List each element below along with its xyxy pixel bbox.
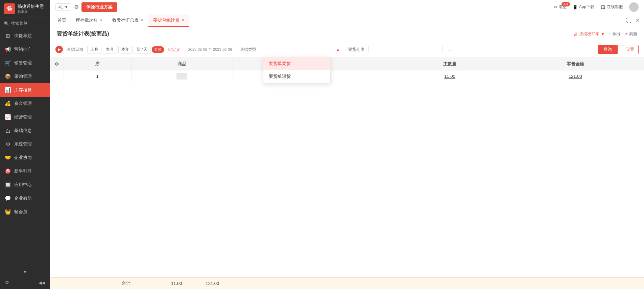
sidebar-item-marketing[interactable]: 📢 营销推广 [0, 43, 50, 56]
tab-close-inventory-batch[interactable]: ✕ [100, 18, 103, 22]
footer-label: 合计 [122, 280, 130, 286]
dropdown-item-return-order[interactable]: 要货单退货 [263, 70, 330, 83]
tab-maximize-icon[interactable]: ⛶ [625, 18, 633, 24]
row-seq: 1 [64, 70, 131, 82]
sidebar-item-members[interactable]: 👑 畅会员 [0, 205, 50, 219]
guide-icon: 🎯 [5, 168, 11, 174]
query-button[interactable]: 查询 [598, 45, 618, 54]
topbar-right: ✉ 消息 99+ 📱 App下载 🎧 在线客服 [554, 2, 639, 12]
page-actions: 🖨 按模板打印 ▼ ↑ 导出 ↺ 刷新 [574, 31, 637, 37]
logo-icon: 畅 [4, 3, 15, 14]
date-btn-custom[interactable]: 自定义 [165, 46, 183, 53]
col-settings[interactable]: ⚙ [50, 58, 64, 70]
marketing-icon: 📢 [5, 46, 11, 52]
date-btn-last-month[interactable]: 上月 [87, 46, 101, 53]
sidebar-item-quick-nav[interactable]: ⊞ 快捷导航 [0, 29, 50, 43]
footer-quantity: 11.00 [171, 281, 182, 286]
page-header: 要货单统计表(按商品) 🖨 按模板打印 ▼ ↑ 导出 ↺ 刷新 [50, 27, 644, 41]
page-title: 要货单统计表(按商品) [57, 30, 109, 38]
chevron-down-icon: ▼ [64, 5, 68, 9]
refresh-button[interactable]: ↺ 刷新 [624, 31, 637, 37]
messages-button[interactable]: ✉ 消息 99+ [554, 4, 567, 10]
account-selector[interactable]: 41 ▼ [55, 3, 71, 11]
row-quantity[interactable]: 11.00 [393, 70, 507, 82]
filter-collapse-button[interactable]: ▶ [55, 46, 63, 53]
quick-nav-icon: ⊞ [5, 33, 11, 39]
sidebar-item-basic[interactable]: 🗂 基础信息 [0, 124, 50, 137]
enterprise-icon: 🤝 [5, 155, 11, 161]
col-product: 商品 [131, 58, 233, 70]
user-avatar[interactable] [629, 2, 639, 12]
date-shortcuts: 上月 本月 本年 近7天 更多 自定义 [87, 46, 183, 53]
phone-icon: 📱 [573, 5, 578, 9]
export-button[interactable]: ↑ 导出 [609, 31, 620, 37]
chevron-down-icon: ▼ [601, 32, 605, 37]
tab-close-all-icon[interactable]: ✕ [634, 17, 641, 24]
members-icon: 👑 [5, 209, 11, 215]
row-product [131, 70, 233, 82]
tabs-end-buttons: ⛶ ✕ [625, 17, 641, 24]
col-quantity: 主数量 [393, 58, 507, 70]
tab-home[interactable]: 首页 [53, 15, 71, 27]
tab-close-receivables[interactable]: ✕ [141, 18, 144, 22]
export-icon: ↑ [609, 32, 611, 37]
sidebar-scroll-down[interactable]: ▼ [0, 268, 50, 276]
type-input-wrap: ▲ [260, 46, 341, 53]
type-label: 单据类型 [240, 47, 256, 52]
sidebar-logo: 畅 畅捷通好生意 标准版 [0, 0, 50, 18]
trial-button[interactable]: 体验行业方案 [81, 2, 117, 12]
sidebar-collapse-button[interactable]: ◀◀ [39, 280, 45, 285]
date-btn-this-month[interactable]: 本月 [103, 46, 117, 53]
sidebar-item-sales[interactable]: 🛒 销售管理 [0, 56, 50, 70]
sidebar-item-purchase[interactable]: 📦 采购管理 [0, 70, 50, 83]
table-settings-icon[interactable]: ⚙ [55, 62, 59, 67]
warehouse-more-icon[interactable]: … [448, 46, 454, 52]
refresh-icon: ↺ [624, 32, 628, 37]
bottom-settings-icon[interactable]: ⚙ [5, 280, 9, 286]
type-input[interactable] [260, 46, 341, 53]
sidebar-item-system[interactable]: ⚙ 系统管理 [0, 137, 50, 151]
print-button[interactable]: 🖨 按模板打印 ▼ [574, 31, 605, 37]
settings-filter-button[interactable]: 设置 [622, 45, 639, 54]
tab-inventory-batch[interactable]: 库存批次账 ✕ [71, 15, 108, 27]
table-area: ⚙ 序 商品 主计量单位 主数量 零售金额 1 块 11.00 [50, 58, 644, 277]
date-btn-this-year[interactable]: 本年 [118, 46, 133, 53]
date-btn-7days[interactable]: 近7天 [134, 46, 150, 53]
app-download-button[interactable]: 📱 App下载 [573, 4, 594, 10]
sidebar-item-app-center[interactable]: 🔲 应用中心 [0, 178, 50, 192]
finance-icon: 💰 [5, 101, 11, 107]
sidebar-item-finance[interactable]: 💰 资金管理 [0, 97, 50, 110]
basic-icon: 🗂 [5, 128, 11, 134]
online-service-button[interactable]: 🎧 在线客服 [600, 4, 623, 10]
warehouse-label: 要货仓库 [348, 47, 364, 52]
sidebar-item-inventory[interactable]: 📊 库存核算 [0, 83, 50, 97]
type-dropdown-arrow-icon[interactable]: ▲ [336, 47, 340, 52]
system-icon: ⚙ [5, 141, 11, 147]
table-footer: 合计 11.00 121.00 [50, 277, 644, 289]
topbar-settings-icon[interactable]: ⚙ [74, 4, 79, 10]
headset-icon: 🎧 [600, 5, 605, 9]
logo-text: 畅捷通好生意 标准版 [18, 4, 44, 14]
sidebar-item-guide[interactable]: 🎯 新手引导 [0, 164, 50, 178]
footer-amount: 121.00 [206, 281, 219, 286]
date-range-text: 2023-05-06 至 2023-06-06 [188, 47, 232, 52]
sidebar-item-operations[interactable]: 📈 经营管理 [0, 110, 50, 124]
tab-receivables[interactable]: 收发存汇总表 ✕ [108, 15, 148, 27]
warehouse-input[interactable] [368, 46, 443, 53]
col-seq: 序 [64, 58, 131, 70]
purchase-icon: 📦 [5, 73, 11, 80]
dropdown-item-requisition-order[interactable]: 要货单要货 [263, 57, 330, 70]
tab-close-requisition[interactable]: ✕ [182, 18, 185, 22]
tab-requisition[interactable]: 要货单统计表 ✕ [148, 15, 189, 27]
tabs-bar: 首页 库存批次账 ✕ 收发存汇总表 ✕ 要货单统计表 ✕ ⛶ ✕ [50, 14, 644, 27]
date-btn-more[interactable]: 更多 [152, 46, 164, 53]
sidebar-item-wechat[interactable]: 💬 企业微信 [0, 192, 50, 205]
type-dropdown: 要货单要货 要货单退货 [263, 57, 331, 83]
row-settings-cell [50, 70, 64, 82]
row-amount[interactable]: 121.00 [507, 70, 644, 82]
app-center-icon: 🔲 [5, 182, 11, 188]
sidebar-item-enterprise[interactable]: 🤝 企业协同 [0, 151, 50, 164]
sidebar-nav: ⊞ 快捷导航 📢 营销推广 🛒 销售管理 📦 采购管理 📊 库存核算 💰 资金管… [0, 29, 50, 268]
page-area: 要货单统计表(按商品) 🖨 按模板打印 ▼ ↑ 导出 ↺ 刷新 ▶ [50, 27, 644, 289]
search-menu[interactable]: 🔍 搜索菜单 [0, 18, 50, 29]
